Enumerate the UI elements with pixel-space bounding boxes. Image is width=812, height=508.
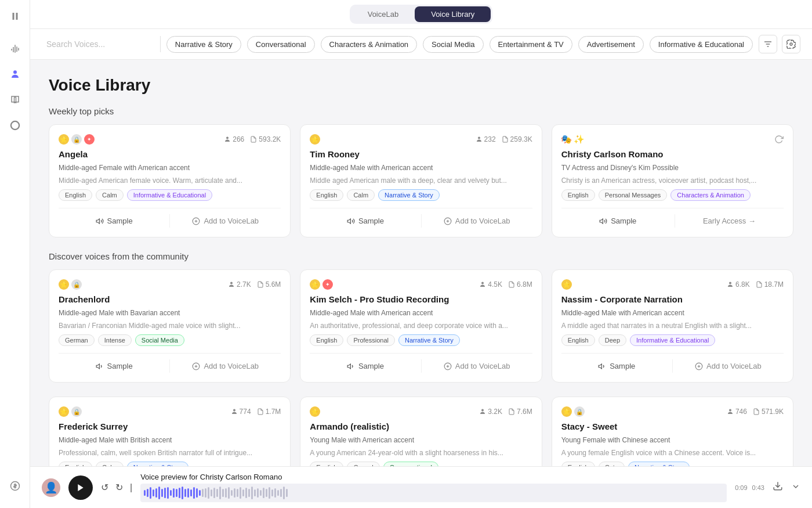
player-waveform[interactable] (140, 484, 727, 502)
flag-icon-christy: 🎭 (561, 134, 572, 145)
sidebar-pause-icon[interactable] (5, 6, 26, 27)
player-download-icon[interactable] (773, 481, 783, 494)
card-drachenlord: ⭐ 🔒 2.7K 5.6M Drachenlord (49, 269, 291, 383)
card-icons-drachenlord: ⭐ 🔒 (59, 279, 82, 290)
card-tags-christy: English Personal Messages Characters & A… (561, 189, 784, 201)
filter-settings-icon[interactable] (782, 35, 800, 53)
card-name-frederick: Frederick Surrey (59, 421, 281, 431)
card-actions-drachenlord: Sample Add to VoiceLab (59, 353, 281, 373)
filterbar: Narrative & Story Conversational Charact… (30, 29, 812, 60)
sidebar-user-icon[interactable] (5, 64, 26, 85)
add-btn-kim-selch[interactable]: Add to VoiceLab (422, 359, 532, 373)
content-area: Voice Library Weekly top picks ⭐ 🔒 ✦ 266 (30, 60, 812, 508)
sample-btn-tim[interactable]: Sample (310, 214, 420, 228)
card-top-nassim: ⭐ 6.8K 18.7M (561, 279, 784, 290)
lock-icon-drachenlord: 🔒 (71, 279, 82, 290)
add-btn-drachenlord[interactable]: Add to VoiceLab (170, 359, 281, 373)
card-name-drachenlord: Drachenlord (59, 294, 281, 304)
svg-point-20 (230, 282, 233, 284)
gold-icon-kim-selch: ⭐ (310, 279, 320, 290)
card-tags-tim: English Calm Narrative & Story (310, 189, 532, 201)
red-icon-kim-selch: ✦ (322, 279, 333, 290)
sample-btn-christy[interactable]: Sample (561, 214, 675, 228)
svg-marker-50 (78, 484, 83, 491)
card-desc-long-angela: Middle-aged American female voice. Warm,… (59, 176, 281, 185)
card-top-stacy: ⭐ 🔒 746 571.9K (561, 406, 784, 417)
filter-tag-entertainment[interactable]: Entertainment & TV (490, 36, 572, 53)
section-weekly: Weekly top picks (49, 106, 793, 116)
sidebar-waveform-icon[interactable] (5, 38, 26, 59)
card-desc-long-kim-selch: An authoritative, professional, and deep… (310, 322, 532, 330)
voicelab-tab[interactable]: VoiceLab (351, 6, 415, 22)
card-tags-angela: English Calm Informative & Educational (59, 189, 281, 201)
stat-users-frederick: 774 (231, 408, 251, 416)
card-icons-tim: ⭐ (310, 134, 320, 145)
early-access-btn-christy[interactable]: Early Access → (675, 214, 784, 228)
card-actions-nassim: Sample Add to VoiceLab (561, 353, 784, 373)
filter-tag-social[interactable]: Social Media (423, 36, 483, 53)
lock-icon-frederick: 🔒 (71, 406, 82, 417)
player-forward-icon[interactable]: ↻ (115, 482, 123, 493)
svg-rect-1 (16, 13, 17, 20)
svg-marker-21 (96, 363, 99, 368)
card-desc-short-nassim: Middle-aged Male with American accent (561, 309, 784, 317)
stat-users-drachenlord: 2.7K (228, 280, 251, 289)
waveform-bars (140, 484, 727, 502)
svg-marker-31 (599, 363, 601, 368)
tag-english-christy: English (561, 189, 595, 201)
tag-english-nassim: English (561, 334, 595, 346)
svg-point-35 (233, 409, 235, 412)
player-track: Voice preview for Christy Carlson Romano (140, 473, 727, 502)
card-tags-nassim: English Deep Informative & Educational (561, 334, 784, 346)
filter-tag-educational[interactable]: Informative & Educational (650, 36, 753, 53)
player-rewind-icon[interactable]: ↺ (101, 482, 108, 493)
filter-tag-conversational[interactable]: Conversational (247, 36, 315, 53)
sample-btn-nassim[interactable]: Sample (561, 359, 672, 373)
gold-icon-armando: ⭐ (310, 406, 320, 417)
card-name-christy: Christy Carlson Romano (561, 149, 784, 159)
search-input[interactable] (42, 37, 154, 51)
svg-marker-26 (347, 363, 350, 368)
filter-tag-characters[interactable]: Characters & Animation (321, 36, 418, 53)
player-play-button[interactable] (68, 475, 93, 500)
sample-btn-angela[interactable]: Sample (59, 214, 169, 228)
card-name-angela: Angela (59, 149, 281, 159)
main-content: VoiceLab Voice Library Narrative & Story… (30, 0, 812, 508)
card-stats-drachenlord: 2.7K 5.6M (228, 280, 281, 289)
weekly-picks-grid: ⭐ 🔒 ✦ 266 593.2K (49, 124, 793, 237)
sidebar-dollar-icon[interactable] (5, 475, 26, 496)
mode-toggle: VoiceLab Voice Library (350, 5, 493, 24)
player-expand-icon[interactable] (791, 482, 800, 493)
svg-point-3 (11, 121, 19, 129)
add-btn-angela[interactable]: Add to VoiceLab (170, 214, 281, 228)
add-btn-nassim[interactable]: Add to VoiceLab (673, 359, 784, 373)
library-tab[interactable]: Voice Library (415, 6, 491, 22)
sample-btn-kim-selch[interactable]: Sample (310, 359, 420, 373)
filter-sort-icon[interactable] (759, 35, 777, 53)
stat-users-tim: 232 (476, 135, 496, 143)
svg-marker-15 (347, 218, 350, 223)
sidebar-book-icon[interactable] (5, 89, 26, 110)
topbar: VoiceLab Voice Library (30, 0, 812, 29)
red-icon-angela: ✦ (84, 134, 95, 145)
sidebar-star-icon[interactable] (5, 115, 26, 136)
filter-tag-narrative[interactable]: Narrative & Story (166, 36, 241, 53)
card-top-tim: ⭐ 232 259.3K (310, 134, 532, 145)
stat-files-stacy: 571.9K (753, 408, 784, 416)
sidebar (0, 0, 30, 508)
filter-tag-advertisement[interactable]: Advertisement (578, 36, 644, 53)
card-stats-stacy: 746 571.9K (727, 408, 784, 416)
card-desc-short-frederick: Middle-aged Male with British accent (59, 436, 281, 444)
player-controls: ↺ ↻ | (101, 482, 132, 493)
sample-btn-drachenlord[interactable]: Sample (59, 359, 169, 373)
tag-educational-angela: Informative & Educational (127, 189, 212, 201)
card-top-angela: ⭐ 🔒 ✦ 266 593.2K (59, 134, 281, 145)
stat-users-stacy: 746 (727, 408, 747, 416)
add-btn-tim[interactable]: Add to VoiceLab (422, 214, 532, 228)
card-top-drachenlord: ⭐ 🔒 2.7K 5.6M (59, 279, 281, 290)
card-desc-short-armando: Young Male with American accent (310, 436, 532, 444)
card-name-nassim: Nassim - Corporate Narration (561, 294, 784, 304)
svg-point-2 (13, 70, 17, 74)
gold-icon-nassim: ⭐ (561, 279, 572, 290)
stat-users-armando: 3.2K (479, 408, 502, 416)
